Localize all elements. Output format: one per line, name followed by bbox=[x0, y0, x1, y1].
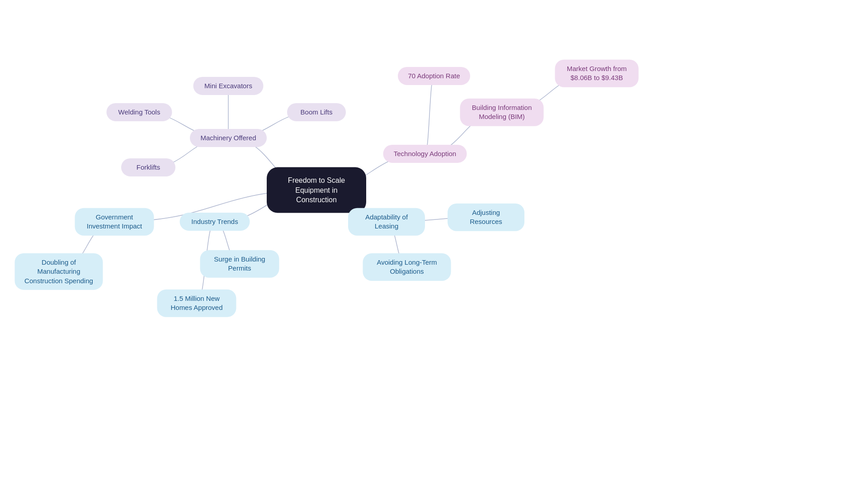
mind-map-container: Freedom to Scale Equipment in Constructi… bbox=[0, 0, 868, 490]
node-label-center: Freedom to Scale Equipment in Constructi… bbox=[278, 176, 355, 205]
node-label-manufacturing-spending: Doubling of Manufacturing Construction S… bbox=[23, 258, 95, 285]
node-label-technology-adoption: Technology Adoption bbox=[394, 149, 456, 158]
node-label-industry-trends: Industry Trends bbox=[191, 217, 238, 226]
node-label-welding-tools: Welding Tools bbox=[118, 108, 160, 117]
node-label-new-homes: 1.5 Million New Homes Approved bbox=[165, 294, 228, 313]
node-technology-adoption: Technology Adoption bbox=[383, 145, 467, 163]
node-label-long-term: Avoiding Long-Term Obligations bbox=[371, 258, 443, 276]
node-market-growth: Market Growth from $8.06B to $9.43B bbox=[555, 60, 639, 87]
node-welding-tools: Welding Tools bbox=[107, 103, 172, 121]
node-mini-excavators: Mini Excavators bbox=[193, 77, 264, 95]
node-center: Freedom to Scale Equipment in Constructi… bbox=[267, 167, 366, 213]
node-label-adjusting-resources: Adjusting Resources bbox=[456, 208, 516, 227]
node-label-building-permits: Surge in Building Permits bbox=[208, 255, 271, 273]
node-machinery: Machinery Offered bbox=[190, 129, 267, 147]
node-adaptability: Adaptability of Leasing bbox=[348, 208, 425, 236]
node-label-adaptability: Adaptability of Leasing bbox=[356, 213, 417, 231]
node-building-permits: Surge in Building Permits bbox=[200, 250, 279, 278]
node-label-forklifts: Forklifts bbox=[137, 163, 160, 172]
node-label-boom-lifts: Boom Lifts bbox=[301, 108, 333, 117]
node-label-mini-excavators: Mini Excavators bbox=[204, 81, 252, 90]
node-forklifts: Forklifts bbox=[121, 158, 175, 176]
node-label-adoption-rate: 70 Adoption Rate bbox=[408, 71, 460, 81]
connection-technology-adoption-adoption-rate bbox=[425, 76, 434, 154]
node-label-market-growth: Market Growth from $8.06B to $9.43B bbox=[563, 64, 631, 83]
node-adjusting-resources: Adjusting Resources bbox=[448, 204, 524, 231]
node-label-gov-investment: Government Investment Impact bbox=[83, 213, 146, 231]
node-long-term: Avoiding Long-Term Obligations bbox=[363, 253, 451, 281]
node-label-machinery: Machinery Offered bbox=[200, 133, 256, 143]
node-new-homes: 1.5 Million New Homes Approved bbox=[157, 290, 236, 317]
node-bim: Building Information Modeling (BIM) bbox=[460, 99, 544, 126]
node-manufacturing-spending: Doubling of Manufacturing Construction S… bbox=[15, 253, 103, 290]
node-boom-lifts: Boom Lifts bbox=[287, 103, 346, 121]
node-industry-trends: Industry Trends bbox=[180, 213, 250, 231]
node-label-bim: Building Information Modeling (BIM) bbox=[468, 103, 536, 122]
node-gov-investment: Government Investment Impact bbox=[75, 208, 154, 236]
node-adoption-rate: 70 Adoption Rate bbox=[398, 67, 470, 85]
